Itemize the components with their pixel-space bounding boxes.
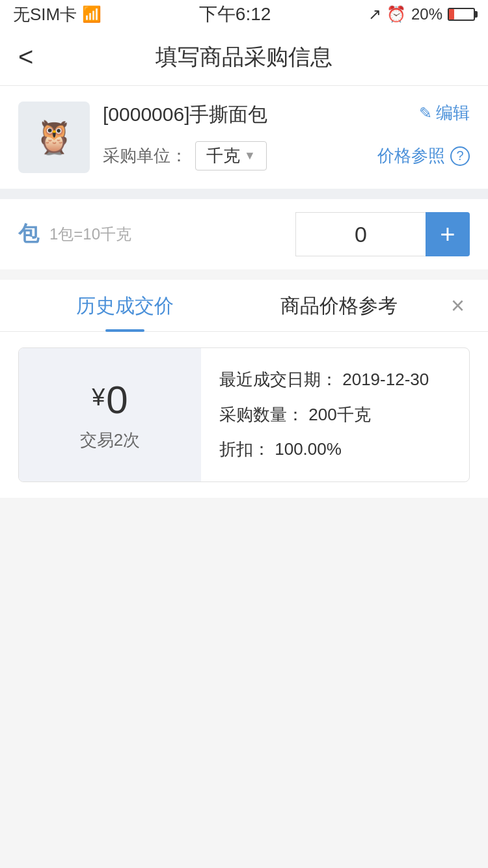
package-icon: 包: [18, 220, 39, 249]
nav-bar: < 填写商品采购信息: [0, 29, 488, 86]
product-thumbnail: 🦉: [18, 102, 90, 173]
discount-row: 折扣： 100.00%: [219, 436, 451, 463]
unit-value: 千克: [206, 144, 240, 167]
page-title: 填写商品采购信息: [156, 42, 332, 72]
recent-date-label: 最近成交日期：: [219, 370, 338, 389]
price-amount: 0: [106, 377, 128, 422]
battery-percentage: 20%: [411, 5, 442, 23]
package-desc: 1包=10千克: [49, 224, 131, 245]
purchase-qty-row: 采购数量： 200千克: [219, 401, 451, 429]
price-ref-button[interactable]: 价格参照 ?: [377, 144, 470, 167]
recent-date-value: 2019-12-30: [342, 370, 429, 389]
tab-history-price[interactable]: 历史成交价: [18, 280, 232, 332]
price-card-right: 最近成交日期： 2019-12-30 采购数量： 200千克 折扣： 100.0…: [201, 348, 469, 481]
discount-value: 100.00%: [275, 439, 342, 459]
panel-content: ¥ 0 交易2次 最近成交日期： 2019-12-30 采购数量： 200千克 …: [0, 332, 488, 498]
product-info: [0000006]手撕面包 ✎ 编辑 采购单位： 千克 ▼ 价格参照 ?: [103, 102, 470, 170]
purchase-qty-label: 采购数量：: [219, 405, 304, 424]
tab-history-label: 历史成交价: [76, 295, 174, 316]
purchase-unit-label: 采购单位：: [103, 144, 187, 167]
bottom-panel: 历史成交价 商品价格参考 × ¥ 0 交易2次 最近成交日期： 2019-12-…: [0, 280, 488, 498]
status-left: 无SIM卡 📶: [13, 3, 102, 26]
price-ref-label: 价格参照: [377, 144, 445, 167]
price-card: ¥ 0 交易2次 最近成交日期： 2019-12-30 采购数量： 200千克 …: [18, 347, 470, 482]
discount-label: 折扣：: [219, 439, 270, 459]
product-logo-icon: 🦉: [34, 118, 74, 156]
unit-select-arrow-icon: ▼: [244, 149, 256, 163]
price-trades: 交易2次: [80, 429, 140, 452]
product-name: [0000006]手撕面包: [103, 102, 419, 128]
price-card-left: ¥ 0 交易2次: [19, 348, 201, 481]
status-bar: 无SIM卡 📶 下午6:12 ↗ ⏰ 20%: [0, 0, 488, 29]
back-button[interactable]: <: [18, 42, 33, 72]
quantity-input[interactable]: [295, 212, 426, 256]
unit-select[interactable]: 千克 ▼: [195, 141, 267, 170]
edit-icon: ✎: [419, 104, 432, 122]
edit-label: 编辑: [436, 102, 470, 124]
carrier-text: 无SIM卡: [13, 3, 77, 26]
edit-button[interactable]: ✎ 编辑: [419, 102, 470, 124]
status-time: 下午6:12: [199, 2, 271, 27]
purchase-qty-value: 200千克: [308, 405, 370, 424]
quantity-plus-button[interactable]: +: [426, 212, 470, 256]
alarm-icon: ⏰: [386, 5, 406, 23]
location-icon: ↗: [368, 5, 381, 23]
price-ref-help-icon: ?: [450, 146, 470, 166]
tab-row: 历史成交价 商品价格参考 ×: [0, 280, 488, 332]
tab-product-price-ref[interactable]: 商品价格参考: [232, 280, 445, 332]
price-main: ¥ 0: [92, 377, 128, 422]
tab-close-button[interactable]: ×: [446, 292, 470, 319]
wifi-icon: 📶: [82, 5, 102, 23]
tab-price-ref-label: 商品价格参考: [280, 295, 398, 316]
divider: [0, 189, 488, 199]
product-section: 🦉 [0000006]手撕面包 ✎ 编辑 采购单位： 千克 ▼: [0, 86, 488, 189]
quantity-section: 包 1包=10千克 +: [0, 199, 488, 269]
status-right: ↗ ⏰ 20%: [368, 5, 475, 23]
price-currency: ¥: [92, 384, 105, 411]
battery-icon: [448, 8, 475, 21]
recent-date-row: 最近成交日期： 2019-12-30: [219, 366, 451, 394]
